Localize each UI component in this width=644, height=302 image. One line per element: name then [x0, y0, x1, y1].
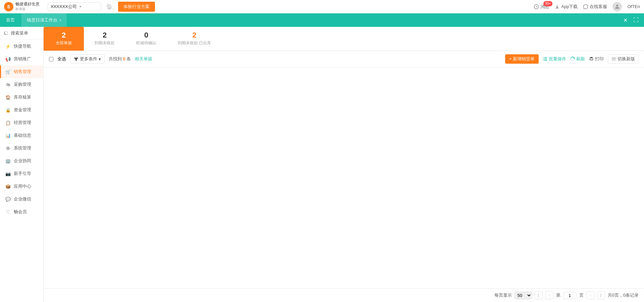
settings-button[interactable] [105, 2, 114, 11]
stat-tab-wangwang[interactable]: 0 旺辅待确认 [125, 27, 167, 51]
found-count: 0 [123, 56, 125, 61]
lightning-icon: ⚡ [5, 43, 11, 49]
sidebar-label-member: 畅会员 [14, 209, 27, 215]
stat-label-all: 全部单据 [56, 40, 72, 46]
logo-icon: 6 [4, 2, 13, 11]
tab-qinghuori[interactable]: 钱货日清工作台 × [21, 13, 67, 27]
guide-icon: 📷 [5, 171, 11, 177]
sidebar-item-apps[interactable]: 📦 应用中心 [0, 180, 43, 193]
sidebar-label-purchase: 采购管理 [14, 81, 31, 87]
page-label: 第 [556, 292, 560, 298]
sidebar-item-member[interactable]: ♡ 畅会员 [0, 205, 43, 218]
database-icon: 📊 [5, 132, 11, 138]
last-page-button[interactable]: ⟫ [597, 291, 605, 299]
sidebar-item-system[interactable]: ⚙ 系统管理 [0, 142, 43, 155]
related-records-link[interactable]: 相关单据 [135, 56, 152, 62]
print-label: 打印 [595, 56, 604, 62]
main-layout: 搜索菜单 ⚡ 快捷导航 📢 营销推广 🛒 销售管理 🛍 采购管理 🏠 库存核算 … [0, 27, 644, 302]
sidebar-item-guide[interactable]: 📷 新手引导 [0, 167, 43, 180]
tab-label: 钱货日清工作台 [27, 17, 57, 23]
sidebar-item-finance[interactable]: 🔒 资金管理 [0, 104, 43, 116]
sidebar-item-marketing[interactable]: 📢 营销推广 [0, 53, 43, 65]
pagination-bar: 每页显示 50 100 200 ⟪ ‹ 第 1 页 › ⟫ 共0页，0条记录 [44, 288, 644, 302]
chevron-down-icon: ▾ [79, 5, 81, 8]
select-all-checkbox[interactable] [49, 57, 53, 61]
stat-tab-overdue-unpaid[interactable]: 2 到期未收款 [84, 27, 125, 51]
sidebar-item-sales[interactable]: 🛒 销售管理 [0, 65, 43, 78]
sidebar-item-enterprise[interactable]: 🏢 企业协同 [0, 155, 43, 167]
sidebar-item-weixin[interactable]: 💬 企业微信 [0, 193, 43, 205]
page-size-select[interactable]: 50 100 200 [515, 292, 532, 299]
filter-button[interactable]: 更多条件 ▾ [70, 54, 105, 64]
tab-bar-actions: ✕ ⛶ [621, 16, 644, 24]
message-badge: 99+ [543, 1, 552, 6]
toolbar: 全选 更多条件 ▾ 共找到 0 条 相关单据 + 新增销货单 批量操作 [44, 51, 644, 67]
system-icon: ⚙ [5, 145, 11, 151]
sidebar-label-inventory: 库存核算 [14, 94, 31, 100]
sidebar-item-inventory[interactable]: 🏠 库存核算 [0, 91, 43, 104]
message-button[interactable]: 消息 99+ [534, 4, 549, 10]
sidebar-item-quick-nav[interactable]: ⚡ 快捷导航 [0, 40, 43, 53]
warehouse-icon: 🏠 [5, 94, 11, 100]
logo-line2: 标准版 [15, 7, 40, 11]
sidebar-label-enterprise: 企业协同 [14, 158, 31, 164]
logo-line1: 畅捷通好生意 [15, 2, 40, 7]
page-number-input[interactable]: 1 [563, 292, 577, 299]
company-name: XXXXXX公司 [51, 4, 77, 10]
found-text: 共找到 0 条 [109, 56, 131, 62]
shopping-icon: 🛒 [5, 69, 11, 75]
sidebar-label-system: 系统管理 [14, 145, 31, 151]
main-content: 2 全部单据 2 到期未收款 0 旺辅待确认 2 到期未收款 已出库 全选 更多… [44, 27, 644, 302]
close-window-button[interactable]: ✕ [621, 16, 629, 24]
sidebar-label-guide: 新手引导 [14, 171, 31, 177]
tab-bar: 首页 钱货日清工作台 × ✕ ⛶ [0, 13, 644, 27]
sidebar-label-operation: 经营管理 [14, 120, 31, 126]
sidebar-label-weixin: 企业微信 [14, 196, 31, 202]
sidebar-search[interactable]: 搜索菜单 [0, 27, 43, 40]
enterprise-icon: 🏢 [5, 158, 11, 164]
sidebar-label-sales: 销售管理 [14, 69, 31, 75]
stat-num-wangwang: 0 [144, 31, 148, 40]
stat-tab-all[interactable]: 2 全部单据 [44, 27, 84, 51]
app-download-button[interactable]: App下载 [554, 4, 578, 10]
cart-icon: 🛍 [5, 81, 11, 87]
online-service-button[interactable]: 在线客服 [583, 4, 607, 10]
avatar[interactable] [612, 2, 622, 11]
tab-home[interactable]: 首页 [0, 13, 21, 27]
member-icon: ♡ [5, 209, 11, 215]
company-selector[interactable]: XXXXXX公司 ▾ [48, 2, 101, 11]
stat-num-all: 2 [62, 31, 66, 40]
print-button[interactable]: 打印 [589, 56, 604, 62]
batch-label: 批量操作 [549, 56, 566, 62]
page-suffix: 页 [579, 292, 584, 298]
add-sale-button[interactable]: + 新增销货单 [505, 54, 539, 64]
sidebar-label-apps: 应用中心 [14, 183, 31, 189]
next-page-button[interactable]: › [586, 291, 594, 299]
refresh-label: 刷新 [576, 56, 585, 62]
top-right-area: 消息 99+ App下载 在线客服 OfTEn [534, 2, 640, 11]
stat-label-overdue-unpaid: 到期未收款 [95, 40, 115, 46]
maximize-button[interactable]: ⛶ [632, 16, 640, 24]
logo-area: 6 畅捷通好生意 标准版 [4, 2, 48, 12]
sidebar-item-purchase[interactable]: 🛍 采购管理 [0, 78, 43, 91]
batch-operation-button[interactable]: 批量操作 [543, 56, 566, 62]
refresh-button[interactable]: 刷新 [570, 56, 585, 62]
prev-page-button[interactable]: ‹ [545, 291, 553, 299]
sidebar: 搜索菜单 ⚡ 快捷导航 📢 营销推广 🛒 销售管理 🛍 采购管理 🏠 库存核算 … [0, 27, 44, 302]
sidebar-item-operation[interactable]: 📋 经营管理 [0, 116, 43, 129]
money-icon: 🔒 [5, 107, 11, 113]
switch-version-button[interactable]: 切换新版 [608, 54, 639, 64]
top-bar: 6 畅捷通好生意 标准版 XXXXXX公司 ▾ 体验行业方案 消息 99+ Ap… [0, 0, 644, 13]
sidebar-item-base[interactable]: 📊 基础信息 [0, 129, 43, 142]
trial-button[interactable]: 体验行业方案 [118, 2, 155, 12]
table-area [44, 67, 644, 288]
total-info: 共0页，0条记录 [608, 292, 639, 298]
stat-num-overdue-unshipped: 2 [193, 31, 197, 40]
close-tab-icon[interactable]: × [59, 18, 61, 22]
stat-tab-overdue-unshipped[interactable]: 2 到期未收款 已出库 [167, 27, 222, 51]
filter-label: 更多条件 [80, 56, 97, 62]
apps-icon: 📦 [5, 183, 11, 189]
filter-chevron-icon: ▾ [99, 57, 101, 62]
sidebar-label-base: 基础信息 [14, 132, 31, 138]
first-page-button[interactable]: ⟪ [535, 291, 543, 299]
